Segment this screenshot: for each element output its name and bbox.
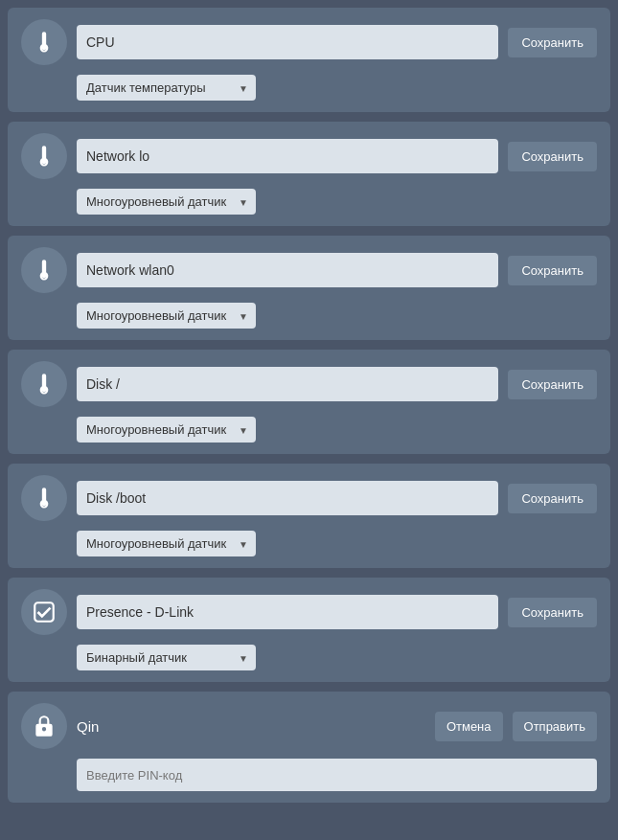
sensor-type-select[interactable]: Датчик температурыМногоуровневый датчикБ… [77, 75, 256, 101]
sensor-card-network-wlan0: Сохранить Датчик температурыМногоуровнев… [8, 236, 610, 340]
sensor-card-qin: Qin Отмена Отправить [8, 692, 610, 803]
send-button[interactable]: Отправить [513, 712, 597, 741]
sensor-name-input[interactable] [77, 253, 498, 287]
thermometer-icon [21, 19, 67, 65]
thermometer-icon [21, 475, 67, 521]
save-button[interactable]: Сохранить [508, 484, 597, 513]
sensor-type-select[interactable]: Датчик температурыМногоуровневый датчикБ… [77, 189, 256, 215]
sensor-name-input[interactable] [77, 481, 498, 515]
sensor-card-network-lo: Сохранить Датчик температурыМногоуровнев… [8, 122, 610, 226]
checkmark-icon [21, 589, 67, 635]
sensor-card-presence-dlink: Сохранить Датчик температурыМногоуровнев… [8, 578, 610, 682]
save-button[interactable]: Сохранить [508, 598, 597, 627]
sensor-name-input[interactable] [77, 595, 498, 629]
sensor-name-input[interactable] [77, 367, 498, 401]
sensor-name-input[interactable] [77, 139, 498, 173]
sensor-card-disk-root: Сохранить Датчик температурыМногоуровнев… [8, 350, 610, 454]
sensor-type-select[interactable]: Датчик температурыМногоуровневый датчикБ… [77, 645, 256, 670]
save-button[interactable]: Сохранить [508, 256, 597, 285]
thermometer-icon [21, 361, 67, 407]
cancel-button[interactable]: Отмена [435, 712, 503, 741]
thermometer-icon [21, 133, 67, 179]
sensor-type-select[interactable]: Датчик температурыМногоуровневый датчикБ… [77, 303, 256, 329]
qin-name-label: Qin [77, 718, 425, 735]
pin-input[interactable] [77, 759, 597, 791]
sensor-name-input[interactable] [77, 25, 498, 59]
sensor-card-cpu: Сохранить Датчик температурыМногоуровнев… [8, 8, 610, 112]
thermometer-icon [21, 247, 67, 293]
save-button[interactable]: Сохранить [508, 28, 597, 57]
sensor-type-select[interactable]: Датчик температурыМногоуровневый датчикБ… [77, 417, 256, 443]
save-button[interactable]: Сохранить [508, 370, 597, 399]
lock-icon [21, 703, 67, 749]
save-button[interactable]: Сохранить [508, 142, 597, 171]
svg-rect-0 [34, 602, 54, 622]
sensor-type-select[interactable]: Датчик температурыМногоуровневый датчикБ… [77, 531, 256, 556]
sensor-card-disk-boot: Сохранить Датчик температурыМногоуровнев… [8, 464, 610, 568]
